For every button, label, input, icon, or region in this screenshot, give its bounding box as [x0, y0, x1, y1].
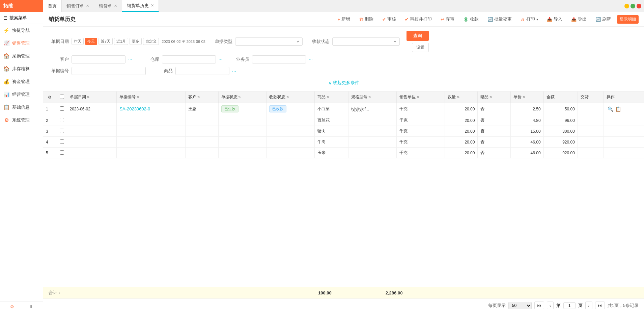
col-customer[interactable]: 客户: [185, 92, 218, 103]
goods-ellipsis[interactable]: ···: [232, 68, 236, 74]
row-ops[interactable]: 🔍📋: [604, 103, 644, 115]
close-button[interactable]: [637, 4, 641, 8]
sidebar-item-finance[interactable]: 💰 资金管理: [0, 75, 43, 88]
date-btn-1month[interactable]: 近1月: [114, 38, 128, 45]
page-total-info: 共1页，5条记录: [608, 303, 639, 309]
collect-label: 收款: [470, 16, 479, 22]
customer-ellipsis[interactable]: ···: [128, 57, 132, 62]
date-btn-yesterday[interactable]: 昨天: [72, 38, 84, 45]
col-collect-status[interactable]: 收款状态: [267, 92, 315, 103]
col-unit-price[interactable]: 单价: [511, 92, 544, 103]
select-all-checkbox[interactable]: [60, 95, 64, 99]
sidebar-item-operation[interactable]: 📊 经营管理: [0, 88, 43, 101]
col-settings[interactable]: ⚙: [43, 92, 57, 103]
current-page-input[interactable]: [563, 302, 576, 309]
date-btn-7days[interactable]: 近7天: [99, 38, 113, 45]
col-quantity[interactable]: 数量: [445, 92, 478, 103]
row-collect-status: [267, 137, 315, 148]
row-checkbox[interactable]: [57, 137, 67, 148]
copy-op-icon[interactable]: 📋: [615, 106, 621, 112]
date-btn-more[interactable]: 更多: [130, 38, 142, 45]
col-doc-status[interactable]: 单据状态: [218, 92, 267, 103]
filter-collapse-btn[interactable]: ∧ 收起更多条件: [49, 78, 639, 87]
abandon-label: 弃审: [446, 16, 454, 22]
row-checkbox[interactable]: [57, 126, 67, 137]
row-select-checkbox[interactable]: [60, 139, 64, 144]
row-select-checkbox[interactable]: [60, 106, 64, 111]
warehouse-input[interactable]: [162, 55, 216, 63]
tab-sales-delivery-close[interactable]: ✕: [114, 4, 117, 8]
docno-input[interactable]: [72, 67, 146, 75]
row-doc-status: [218, 115, 267, 126]
col-goods[interactable]: 商品: [315, 92, 348, 103]
query-button[interactable]: 查询: [407, 31, 429, 41]
next-page-button[interactable]: ›: [585, 302, 592, 309]
tab-home[interactable]: 首页: [43, 0, 62, 12]
sidebar-collapse-icon[interactable]: ⏸: [29, 304, 33, 309]
salesperson-ellipsis[interactable]: ···: [309, 57, 313, 62]
abandon-button[interactable]: ↩ 弃审: [438, 15, 457, 24]
sidebar-search[interactable]: ☰ 搜索菜单: [0, 12, 43, 24]
date-btn-custom[interactable]: 自定义: [143, 38, 159, 45]
row-customer: [185, 148, 218, 158]
col-unit[interactable]: 销售单位: [397, 92, 445, 103]
set-button[interactable]: 设置: [412, 43, 429, 52]
row-goods: 牛肉: [315, 137, 348, 148]
row-select-checkbox[interactable]: [60, 118, 64, 122]
batch-change-button[interactable]: 🔄 批量变更: [485, 15, 514, 24]
tab-sales-delivery[interactable]: 销货单 ✕: [94, 0, 122, 12]
row-docno[interactable]: SA-20230602-0: [117, 103, 186, 115]
collect-status-select[interactable]: [332, 37, 400, 46]
col-spec[interactable]: 规格型号: [348, 92, 397, 103]
collect-button[interactable]: 💲 收款: [460, 15, 481, 24]
row-unit: 千克: [397, 126, 445, 137]
row-checkbox[interactable]: [57, 103, 67, 115]
refresh-button[interactable]: 🔄 刷新: [593, 15, 614, 24]
date-btn-today[interactable]: 今天: [85, 38, 97, 45]
goods-input[interactable]: [175, 67, 229, 75]
row-checkbox[interactable]: [57, 115, 67, 126]
tab-sales-order-close[interactable]: ✕: [86, 4, 89, 8]
row-checkbox[interactable]: [57, 148, 67, 158]
audit-print-button[interactable]: ✔ 审核并打印: [402, 15, 435, 24]
sidebar: 拓维 ☰ 搜索菜单 ⚡ 快捷导航 📈 销售管理 🏠 采购管理 🏠 库存核算 💰 …: [0, 0, 43, 312]
audit-button[interactable]: ✔ 审核: [380, 15, 399, 24]
prev-page-button[interactable]: ‹: [547, 302, 554, 309]
per-page-select[interactable]: 50 100 200: [508, 302, 532, 309]
maximize-button[interactable]: [631, 4, 635, 8]
delete-label: 删除: [365, 16, 373, 22]
minimize-button[interactable]: [624, 4, 629, 8]
doc-type-select[interactable]: [235, 37, 303, 46]
import-button[interactable]: 📥 导入: [544, 15, 565, 24]
sidebar-item-inventory[interactable]: 🏠 库存核算: [0, 62, 43, 75]
salesperson-input[interactable]: [252, 55, 306, 63]
doc-no-link[interactable]: SA-20230602-0: [119, 106, 150, 111]
col-operation: 操作: [604, 92, 644, 103]
col-date[interactable]: 单据日期: [67, 92, 117, 103]
print-button[interactable]: 🖨 打印: [518, 15, 541, 24]
first-page-button[interactable]: ⏮: [534, 302, 544, 309]
sidebar-item-basic[interactable]: 📋 基础信息: [0, 101, 43, 114]
sidebar-item-sales[interactable]: 📈 销售管理: [0, 37, 43, 50]
show-detail-button[interactable]: 显示明细: [617, 15, 639, 24]
last-page-button[interactable]: ⏭: [595, 302, 605, 309]
sidebar-settings-icon[interactable]: ⚙: [10, 304, 14, 309]
delete-button[interactable]: 🗑 删除: [356, 15, 376, 24]
sidebar-item-purchase[interactable]: 🏠 采购管理: [0, 50, 43, 62]
col-docno[interactable]: 单据编号: [117, 92, 186, 103]
tab-sales-history[interactable]: 销货单历史 ✕: [122, 0, 159, 12]
sidebar-item-system[interactable]: ⚙ 系统管理: [0, 114, 43, 127]
row-select-checkbox[interactable]: [60, 129, 64, 133]
col-gift[interactable]: 赠品: [478, 92, 511, 103]
view-op-icon[interactable]: 🔍: [608, 106, 613, 112]
customer-input[interactable]: [72, 55, 125, 63]
tab-sales-order[interactable]: 销售订单 ✕: [62, 0, 94, 12]
row-num: 5: [43, 148, 57, 158]
export-button[interactable]: 📤 导出: [568, 15, 589, 24]
sidebar-item-quick-nav[interactable]: ⚡ 快捷导航: [0, 24, 43, 37]
tab-sales-history-close[interactable]: ✕: [151, 3, 154, 8]
row-select-checkbox[interactable]: [60, 150, 64, 155]
new-button[interactable]: + 新增: [335, 15, 353, 24]
warehouse-ellipsis[interactable]: ···: [219, 57, 223, 62]
sales-icon: 📈: [3, 40, 9, 46]
